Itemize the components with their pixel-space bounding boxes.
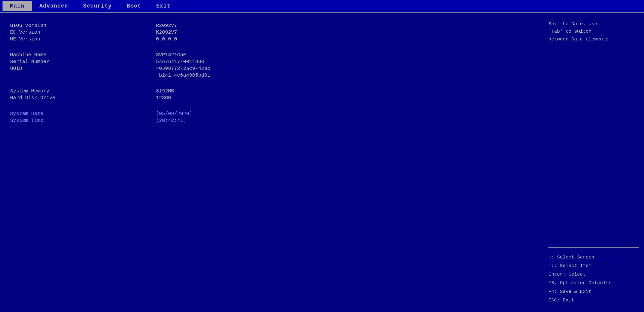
key-hint-f4: F4: Save & Exit	[548, 287, 639, 296]
ec-version-value: K2092V7	[156, 29, 177, 35]
key-hint-select-screen: ↔: Select Screen	[548, 253, 639, 262]
right-panel: Set the Date. Use 'Tab' to switch betwee…	[543, 13, 644, 312]
menu-item-security[interactable]: Security	[75, 1, 119, 11]
machine-name-row: Machine Name SVP1321C5E	[10, 52, 533, 58]
menu-item-advanced[interactable]: Advanced	[32, 1, 76, 11]
date-value[interactable]: [05/09/2020]	[156, 111, 192, 117]
spacer-2	[10, 79, 533, 88]
help-line-3: between Date elements.	[548, 35, 639, 43]
key-f4: F4: Save & Exit	[548, 287, 591, 296]
uuid-value-1: 40398772-2ac9-42ac	[156, 66, 210, 71]
key-select-screen: ↔: Select Screen	[548, 253, 594, 262]
key-enter: Enter: Select	[548, 270, 586, 279]
key-select-item: ↑↓: Select Item	[548, 262, 591, 270]
menu-item-boot[interactable]: Boot	[119, 1, 149, 11]
uuid-label-spacer	[10, 72, 156, 78]
uuid-row-2: -b241-4c6a4905bd91	[10, 72, 533, 78]
machine-name-value: SVP1321C5E	[156, 52, 186, 58]
key-esc: ESC: Exit	[548, 296, 574, 304]
key-hints: ↔: Select Screen ↑↓: Select Item Enter: …	[548, 253, 639, 304]
memory-row: System Memory 8192MB	[10, 88, 533, 94]
spacer-3	[10, 102, 533, 111]
memory-value: 8192MB	[156, 88, 174, 94]
bios-version-label: BIOS Version	[10, 23, 156, 28]
key-hint-esc: ESC: Exit	[548, 296, 639, 304]
help-line-2: 'Tab' to switch	[548, 28, 639, 35]
bios-version-value: R2092V7	[156, 23, 177, 28]
key-hint-select-item: ↑↓: Select Item	[548, 262, 639, 270]
content-area: BIOS Version R2092V7 EC Version K2092V7 …	[0, 13, 644, 312]
hdd-value: 128GB	[156, 95, 171, 101]
hdd-row: Hard Disk Drive 128GB	[10, 95, 533, 101]
help-line-1: Set the Date. Use	[548, 20, 639, 28]
me-version-row: ME Version 0.0.0.0	[10, 36, 533, 42]
ec-version-label: EC Version	[10, 29, 156, 35]
memory-label: System Memory	[10, 88, 156, 94]
uuid-value-2: -b241-4c6a4905bd91	[156, 72, 210, 78]
bios-version-row: BIOS Version R2092V7	[10, 23, 533, 28]
key-hint-f3: F3: Optimized Defaults	[548, 279, 639, 287]
date-row: System Date [05/09/2020]	[10, 111, 533, 117]
ec-version-row: EC Version K2092V7	[10, 29, 533, 35]
date-label: System Date	[10, 111, 156, 117]
time-row: System Time [20:42:41]	[10, 118, 533, 123]
menu-bar: Main Advanced Security Boot Exit	[0, 0, 644, 13]
me-version-label: ME Version	[10, 36, 156, 42]
key-hint-enter: Enter: Select	[548, 270, 639, 279]
main-panel: BIOS Version R2092V7 EC Version K2092V7 …	[0, 13, 543, 312]
key-f3: F3: Optimized Defaults	[548, 279, 612, 287]
time-label: System Time	[10, 118, 156, 123]
help-text: Set the Date. Use 'Tab' to switch betwee…	[548, 20, 639, 43]
spacer-1	[10, 43, 533, 52]
me-version-value: 0.0.0.0	[156, 36, 177, 42]
time-value[interactable]: [20:42:41]	[156, 118, 186, 123]
uuid-row-1: UUID 40398772-2ac9-42ac	[10, 66, 533, 71]
serial-number-row: Serial Number 54676417-0011880	[10, 59, 533, 65]
uuid-label: UUID	[10, 66, 156, 71]
machine-name-label: Machine Name	[10, 52, 156, 58]
menu-item-main[interactable]: Main	[3, 1, 32, 11]
serial-number-value: 54676417-0011880	[156, 59, 204, 65]
serial-number-label: Serial Number	[10, 59, 156, 65]
menu-item-exit[interactable]: Exit	[149, 1, 178, 11]
divider	[548, 247, 639, 248]
hdd-label: Hard Disk Drive	[10, 95, 156, 101]
